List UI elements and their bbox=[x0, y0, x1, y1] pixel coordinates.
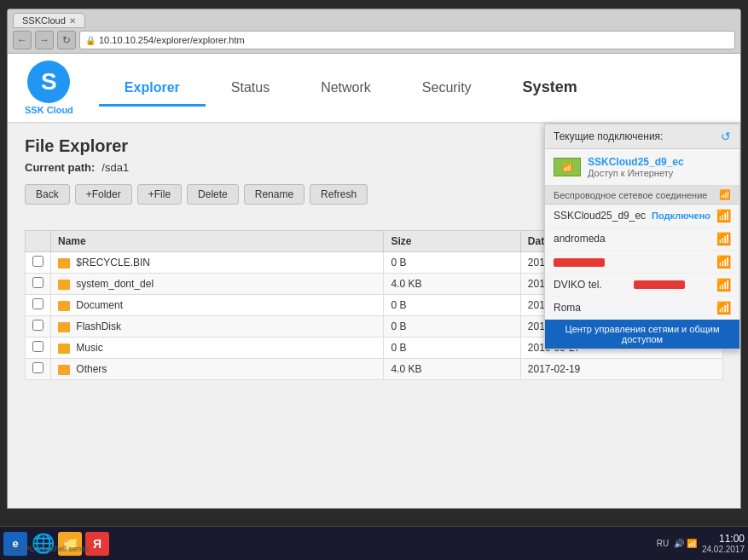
row-checkbox[interactable] bbox=[26, 274, 51, 295]
add-folder-btn[interactable]: +Folder bbox=[75, 184, 132, 205]
signal-icon-4: 📶 bbox=[716, 278, 731, 292]
back-btn[interactable]: Back bbox=[25, 184, 70, 205]
network-current-subtext: Доступ к Интернету bbox=[588, 168, 684, 178]
row-checkbox[interactable] bbox=[26, 338, 51, 359]
network-panel-header: Текущие подключения: ↺ bbox=[545, 124, 739, 149]
network-current-ssid: SSKCloud25_d9_ec bbox=[588, 156, 684, 168]
network-item-2-name: andromeda bbox=[554, 233, 606, 245]
row-name: system_dont_del bbox=[51, 274, 384, 295]
file-icon bbox=[58, 258, 70, 268]
delete-btn[interactable]: Delete bbox=[187, 184, 239, 205]
col-checkbox bbox=[26, 231, 51, 252]
network-item-1[interactable]: SSKCloud25_d9_ec Подключено 📶 bbox=[545, 205, 739, 228]
browser-controls: ← → ↻ 🔒 10.10.10.254/explorer/explorer.h… bbox=[13, 31, 735, 49]
row-name: Document bbox=[51, 295, 384, 316]
nav-explorer[interactable]: Explorer bbox=[99, 72, 206, 107]
network-item-3[interactable]: 📶 bbox=[545, 251, 739, 274]
row-size: 0 B bbox=[384, 252, 520, 274]
address-text: 10.10.10.254/explorer/explorer.htm bbox=[99, 35, 245, 45]
row-name: Music bbox=[51, 338, 384, 359]
row-size: 0 B bbox=[384, 338, 520, 359]
network-current: 📶 SSKCloud25_d9_ec Доступ к Интернету bbox=[545, 149, 739, 186]
signal-icon-2: 📶 bbox=[716, 232, 731, 245]
nav-items: Explorer Status Network Security System bbox=[99, 70, 723, 106]
row-checkbox[interactable] bbox=[26, 252, 51, 274]
logo-text: SSK Cloud bbox=[25, 105, 73, 115]
tab-close-btn[interactable]: ✕ bbox=[69, 16, 76, 26]
browser-chrome: SSKCloud ✕ ← → ↻ 🔒 10.10.10.254/explorer… bbox=[8, 9, 740, 54]
taskbar-tray: RU 🔊 📶 11:00 24.02.2017 bbox=[657, 533, 745, 554]
signal-icon-3: 📶 bbox=[716, 255, 731, 268]
logo-icon: S bbox=[27, 61, 70, 103]
refresh-btn[interactable]: Refresh bbox=[310, 184, 368, 205]
nav-security[interactable]: Security bbox=[397, 72, 497, 107]
path-label: Current path: bbox=[25, 161, 95, 174]
col-name: Name bbox=[51, 231, 384, 252]
file-icon bbox=[58, 344, 70, 354]
nav-system[interactable]: System bbox=[497, 70, 603, 107]
network-item-2[interactable]: andromeda 📶 bbox=[545, 228, 739, 251]
back-button[interactable]: ← bbox=[13, 31, 32, 49]
network-panel: Текущие подключения: ↺ 📶 SSKCloud25_d9_e… bbox=[544, 124, 740, 349]
file-icon bbox=[58, 322, 70, 332]
row-name: $RECYCLE.BIN bbox=[51, 252, 384, 274]
network-item-5-name: Roma bbox=[554, 302, 581, 314]
row-size: 4.0 KB bbox=[384, 359, 520, 380]
network-item-4[interactable]: DVIKO tel. 📶 bbox=[545, 274, 739, 297]
bottom-label: Eee PC Seashell series bbox=[9, 545, 90, 553]
row-date: 2017-02-19 bbox=[520, 359, 722, 380]
tray-lang: RU bbox=[657, 539, 669, 548]
taskbar: e 🌐 📁 Я RU 🔊 📶 11:00 24.02.2017 bbox=[0, 526, 748, 560]
address-bar[interactable]: 🔒 10.10.10.254/explorer/explorer.htm bbox=[79, 31, 735, 49]
app-logo: S SSK Cloud bbox=[25, 61, 73, 115]
network-section-icon: 📶 bbox=[719, 189, 731, 200]
network-item-3-name bbox=[554, 256, 605, 268]
browser-tab-active[interactable]: SSKCloud ✕ bbox=[13, 13, 85, 28]
row-size: 0 B bbox=[384, 316, 520, 338]
content-area: File Explorer Current path: /sda1 Back +… bbox=[8, 124, 740, 508]
path-value: /sda1 bbox=[101, 161, 129, 174]
nav-network[interactable]: Network bbox=[295, 72, 397, 107]
network-item-4-name: DVIKO tel. bbox=[554, 279, 602, 291]
signal-icon-1: 📶 bbox=[716, 209, 731, 222]
row-name: FlashDisk bbox=[51, 316, 384, 338]
nav-status[interactable]: Status bbox=[206, 72, 295, 107]
tab-label: SSKCloud bbox=[22, 15, 66, 26]
row-size: 4.0 KB bbox=[384, 274, 520, 295]
row-checkbox[interactable] bbox=[26, 359, 51, 380]
desktop: SSKCloud ✕ ← → ↻ 🔒 10.10.10.254/explorer… bbox=[0, 0, 748, 560]
network-panel-footer[interactable]: Центр управления сетями и общим доступом bbox=[545, 320, 739, 349]
tray-time: 11:00 bbox=[702, 533, 745, 545]
app-nav: S SSK Cloud Explorer Status Network Secu… bbox=[8, 54, 740, 124]
file-icon bbox=[58, 301, 70, 311]
network-panel-refresh-icon[interactable]: ↺ bbox=[721, 130, 731, 143]
row-size: 0 B bbox=[384, 295, 520, 316]
rename-btn[interactable]: Rename bbox=[244, 184, 304, 205]
file-icon bbox=[58, 280, 70, 290]
forward-button[interactable]: → bbox=[35, 31, 54, 49]
network-section-label: Беспроводное сетевое соединение 📶 bbox=[545, 186, 739, 205]
row-name: Others bbox=[51, 359, 384, 380]
tray-date: 24.02.2017 bbox=[702, 545, 745, 554]
network-item-1-status: Подключено bbox=[652, 211, 710, 221]
tray-icons: 🔊 📶 bbox=[674, 539, 697, 548]
refresh-button[interactable]: ↻ bbox=[57, 31, 76, 49]
col-size: Size bbox=[384, 231, 520, 252]
lock-icon: 🔒 bbox=[85, 36, 96, 45]
app-container: S SSK Cloud Explorer Status Network Secu… bbox=[8, 54, 740, 508]
browser-tabs: SSKCloud ✕ bbox=[13, 13, 735, 28]
signal-icon-5: 📶 bbox=[716, 301, 731, 315]
network-panel-title: Текущие подключения: bbox=[554, 130, 663, 142]
browser-window: SSKCloud ✕ ← → ↻ 🔒 10.10.10.254/explorer… bbox=[7, 9, 741, 509]
network-current-info: SSKCloud25_d9_ec Доступ к Интернету bbox=[588, 156, 684, 178]
network-item-1-name: SSKCloud25_d9_ec bbox=[554, 210, 646, 222]
taskbar-icons: e 🌐 📁 Я bbox=[3, 532, 657, 556]
table-row[interactable]: Others 4.0 KB 2017-02-19 bbox=[26, 359, 723, 380]
add-file-btn[interactable]: +File bbox=[137, 184, 182, 205]
tray-clock: 11:00 24.02.2017 bbox=[702, 533, 745, 554]
row-checkbox[interactable] bbox=[26, 295, 51, 316]
network-current-icon: 📶 bbox=[554, 158, 581, 176]
row-checkbox[interactable] bbox=[26, 316, 51, 338]
file-icon bbox=[58, 365, 70, 375]
network-item-5[interactable]: Roma 📶 bbox=[545, 297, 739, 320]
